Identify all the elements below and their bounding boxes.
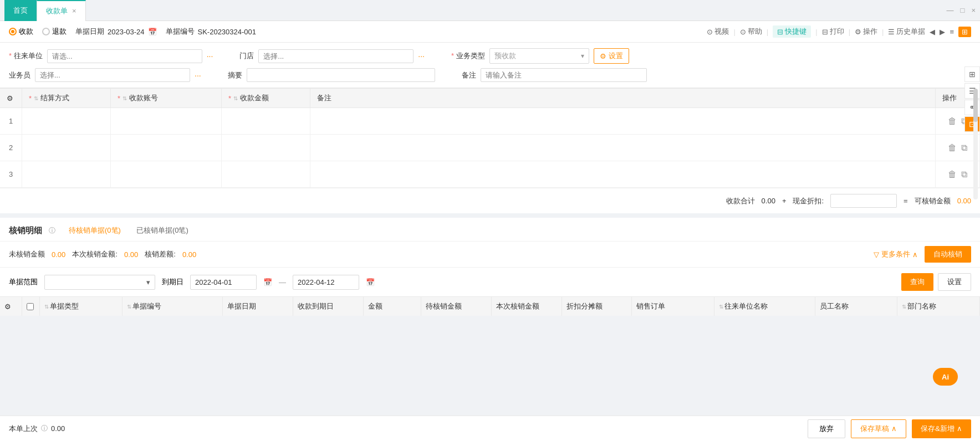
remark-label: 备注 [317,93,331,103]
footer-info: 本单上次 ⓘ 0.00 [9,424,65,434]
delete-icon[interactable]: 🗑 [948,143,957,153]
date-range-dash: — [279,278,286,286]
tab-collection[interactable]: 收款单 × [37,0,86,21]
radio-circle-refund [42,28,50,35]
cell-account-1[interactable] [111,108,222,134]
salesperson-input[interactable] [35,68,190,82]
business-type-select[interactable]: 预收款 ▾ [489,48,589,64]
calendar-to-icon[interactable]: 📅 [366,278,375,286]
close-icon[interactable]: × [72,7,76,15]
settings-icon: ⚙ [4,302,11,311]
tab-done[interactable]: 已核销单据(0笔) [130,224,195,237]
toolbar-history-label: 历史单据 [896,27,925,37]
save-new-button[interactable]: 保存&新增 ∧ [912,419,971,438]
cell-account-2[interactable] [111,135,222,161]
toolbar-history[interactable]: ☰ 历史单据 [888,27,925,37]
cell-amount-1[interactable] [222,108,310,134]
toolbar-shortcut[interactable]: ⊟ 快捷键 [773,25,811,38]
calendar-from-icon[interactable]: 📅 [263,278,272,286]
date-from-input[interactable] [190,275,257,290]
filter-settings-label: 设置 [947,278,962,286]
shop-more-icon[interactable]: ··· [418,52,425,60]
operation-icon: ⚙ [855,28,861,36]
video-icon: ⊙ [707,28,713,36]
toolbar-nav-right[interactable]: ▶ [940,28,945,36]
range-select[interactable]: ▾ [44,275,155,290]
gear-icon: ⚙ [600,52,606,60]
toolbar-nav-left[interactable]: ◀ [930,28,935,36]
minimize-button[interactable]: — [947,6,954,14]
delete-icon[interactable]: 🗑 [948,170,957,180]
col-current-amount-label: 本次核销金额 [496,301,539,311]
toolbar-print[interactable]: ⊟ 打印 [822,27,844,37]
ai-badge[interactable]: Ai [933,368,958,386]
cell-amount-3[interactable] [222,161,310,187]
number-value: SK-20230324-001 [198,28,257,36]
discount-input[interactable] [830,194,897,208]
toolbar-grid-view[interactable]: ⊞ [958,27,971,37]
scroll-thumb [973,89,978,122]
cell-remark-3[interactable] [310,161,936,187]
date-value[interactable]: 2023-03-24 [108,28,145,36]
save-draft-button[interactable]: 保存草稿 ∧ [851,419,906,438]
bth-checkbox[interactable] [22,297,40,316]
shop-input[interactable] [258,49,414,63]
bth-discount: 折扣分摊额 [562,297,632,316]
col-amount-label: 金额 [368,301,382,311]
bth-pending-amount: 待核销金额 [421,297,492,316]
copy-icon[interactable]: ⧉ [961,170,967,180]
total-label: 收款合计 [726,196,755,206]
maximize-button[interactable]: □ [961,6,965,14]
col-settings-header[interactable]: ⚙ [0,89,22,107]
radio-collection[interactable]: 收款 [9,27,33,37]
cell-settlement-1[interactable] [22,108,111,134]
bth-settings[interactable]: ⚙ [0,297,22,316]
cell-settlement-3[interactable] [22,161,111,187]
counterparty-more-icon[interactable]: ··· [207,52,213,60]
toolbar-help[interactable]: ⊙ 帮助 [740,27,762,37]
close-window-button[interactable]: × [971,6,976,14]
number-field: 单据编号 SK-20230324-001 [166,27,257,37]
radio-circle-collection [9,28,17,35]
filter-settings-button[interactable]: 设置 [938,273,971,291]
info-icon: ⓘ [41,424,48,433]
cell-account-3[interactable] [111,161,222,187]
toolbar-video[interactable]: ⊙ 视频 [707,27,729,37]
reconciliation-tabs: 待核销单据(0笔) 已核销单据(0笔) [62,224,195,237]
operation-label: 操作 [942,93,957,103]
header-row: 收款 退款 单据日期 2023-03-24 📅 单据编号 SK-20230324… [0,21,980,43]
current-label: 本次核销金额: [72,249,118,259]
summary-input[interactable] [247,68,435,82]
remarks-input[interactable] [481,68,647,82]
copy-icon[interactable]: ⧉ [961,143,967,153]
cell-amount-2[interactable] [222,135,310,161]
sidebar-table-icon[interactable]: ⊞ [964,66,980,82]
radio-collection-label: 收款 [19,27,33,37]
col-number-label: 单据编号 [132,301,161,311]
date-to-input[interactable] [293,275,359,290]
auto-reconcile-button[interactable]: 自动核销 [925,246,971,263]
delete-icon[interactable]: 🗑 [948,116,957,126]
radio-refund[interactable]: 退款 [42,27,67,37]
chevron-down-icon: ▾ [146,278,150,286]
discard-button[interactable]: 放弃 [808,419,845,438]
scroll-indicator[interactable] [973,89,978,199]
query-button[interactable]: 查询 [901,273,933,291]
cell-remark-1[interactable] [310,108,936,134]
toolbar-list-view[interactable]: ≡ [950,28,954,36]
select-all-checkbox[interactable] [27,303,34,310]
cell-remark-2[interactable] [310,135,936,161]
col-sales-order-label: 销售订单 [636,301,665,311]
col-type-label: 单据类型 [50,301,79,311]
row-num-2: 2 [0,135,22,161]
calendar-icon[interactable]: 📅 [148,28,157,36]
more-conditions-button[interactable]: ▽ 更多条件 ∧ [874,249,918,259]
tab-pending[interactable]: 待核销单据(0笔) [62,224,127,237]
counterparty-input[interactable] [47,49,202,63]
auto-reconcile-label: 自动核销 [933,250,962,258]
settings-button[interactable]: ⚙ 设置 [594,48,629,64]
tab-home[interactable]: 首页 [4,0,37,21]
cell-settlement-2[interactable] [22,135,111,161]
salesperson-more-icon[interactable]: ··· [195,71,201,80]
toolbar-operation[interactable]: ⚙ 操作 [855,27,877,37]
